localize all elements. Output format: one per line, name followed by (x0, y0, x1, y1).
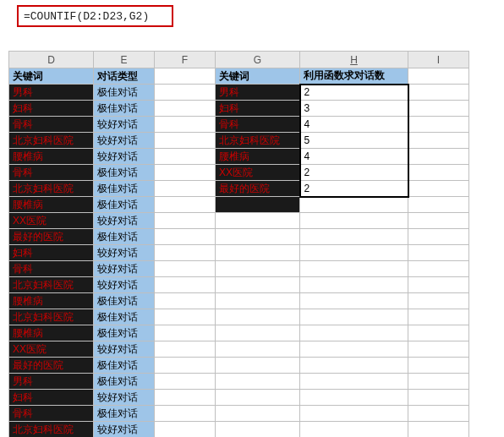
col-header-H[interactable]: H (300, 52, 408, 68)
cell[interactable] (155, 229, 216, 245)
cell[interactable] (300, 197, 408, 213)
cell[interactable]: 极佳对话 (94, 165, 155, 181)
cell[interactable] (408, 374, 469, 390)
cell[interactable]: 2 (300, 165, 408, 181)
cell[interactable] (408, 358, 469, 374)
cell[interactable]: 较好对话 (94, 213, 155, 229)
cell[interactable]: 5 (300, 133, 408, 149)
cell[interactable] (216, 245, 300, 261)
cell[interactable]: 腰椎病 (9, 149, 94, 165)
cell[interactable] (408, 325, 469, 341)
cell[interactable] (408, 422, 469, 438)
cell[interactable]: 北京妇科医院 (9, 422, 94, 438)
cell[interactable] (155, 358, 216, 374)
cell[interactable] (216, 213, 300, 229)
cell[interactable]: 妇科 (9, 390, 94, 406)
cell[interactable] (216, 197, 300, 213)
col-header-I[interactable]: I (408, 52, 469, 68)
cell[interactable] (155, 149, 216, 165)
cell[interactable] (408, 68, 469, 85)
cell[interactable] (155, 293, 216, 309)
cell[interactable] (216, 309, 300, 325)
cell[interactable]: 腰椎病 (9, 197, 94, 213)
cell[interactable]: 2 (300, 85, 408, 101)
cell[interactable] (155, 165, 216, 181)
col-header-D[interactable]: D (9, 52, 94, 68)
cell[interactable] (155, 133, 216, 149)
cell[interactable] (155, 85, 216, 101)
cell[interactable] (408, 309, 469, 325)
cell[interactable] (408, 406, 469, 422)
cell[interactable] (408, 229, 469, 245)
cell[interactable] (408, 213, 469, 229)
cell[interactable]: 极佳对话 (94, 229, 155, 245)
cell[interactable] (300, 213, 408, 229)
cell[interactable] (300, 341, 408, 358)
cell[interactable]: XX医院 (9, 341, 94, 358)
cell[interactable]: 4 (300, 149, 408, 165)
cell[interactable] (216, 422, 300, 438)
cell[interactable] (216, 374, 300, 390)
cell[interactable]: 极佳对话 (94, 309, 155, 325)
cell[interactable]: 妇科 (216, 101, 300, 117)
cell[interactable]: 男科 (9, 374, 94, 390)
cell[interactable]: 较好对话 (94, 245, 155, 261)
cell[interactable]: 4 (300, 117, 408, 133)
cell[interactable]: 腰椎病 (9, 293, 94, 309)
cell[interactable] (155, 181, 216, 197)
cell[interactable] (408, 341, 469, 358)
cell[interactable]: 骨科 (9, 406, 94, 422)
cell[interactable] (216, 341, 300, 358)
cell[interactable] (408, 117, 469, 133)
cell[interactable] (408, 293, 469, 309)
cell[interactable]: 较好对话 (94, 422, 155, 438)
cell[interactable] (408, 390, 469, 406)
cell[interactable] (300, 325, 408, 341)
cell[interactable]: 极佳对话 (94, 181, 155, 197)
cell[interactable]: 关键词 (216, 68, 300, 85)
cell[interactable] (216, 390, 300, 406)
cell[interactable]: 妇科 (9, 245, 94, 261)
cell[interactable]: 关键词 (9, 68, 94, 85)
cell[interactable]: 较好对话 (94, 133, 155, 149)
cell[interactable] (155, 213, 216, 229)
cell[interactable]: 最好的医院 (9, 229, 94, 245)
cell[interactable]: 北京妇科医院 (9, 181, 94, 197)
cell[interactable]: 北京妇科医院 (9, 133, 94, 149)
cell[interactable]: 北京妇科医院 (9, 277, 94, 293)
cell[interactable]: 极佳对话 (94, 85, 155, 101)
cell[interactable] (155, 101, 216, 117)
cell[interactable] (408, 149, 469, 165)
cell[interactable]: 妇科 (9, 101, 94, 117)
cell[interactable]: 男科 (216, 85, 300, 101)
cell[interactable]: 较好对话 (94, 117, 155, 133)
cell[interactable] (155, 341, 216, 358)
cell[interactable] (408, 85, 469, 101)
cell[interactable]: 极佳对话 (94, 293, 155, 309)
cell[interactable]: 极佳对话 (94, 325, 155, 341)
cell[interactable]: 较好对话 (94, 149, 155, 165)
cell[interactable] (408, 165, 469, 181)
cell[interactable]: 较好对话 (94, 261, 155, 277)
cell[interactable] (216, 406, 300, 422)
cell[interactable]: 极佳对话 (94, 406, 155, 422)
cell[interactable] (155, 117, 216, 133)
cell[interactable]: 极佳对话 (94, 358, 155, 374)
cell[interactable]: 对话类型 (94, 68, 155, 85)
cell[interactable]: 骨科 (216, 117, 300, 133)
cell[interactable] (155, 325, 216, 341)
cell[interactable] (300, 229, 408, 245)
cell[interactable] (216, 325, 300, 341)
cell[interactable] (300, 390, 408, 406)
cell[interactable] (216, 293, 300, 309)
cell[interactable]: 较好对话 (94, 341, 155, 358)
col-header-F[interactable]: F (155, 52, 216, 68)
cell[interactable]: 极佳对话 (94, 197, 155, 213)
formula-bar[interactable]: =COUNTIF(D2:D23,G2) (17, 5, 173, 27)
cell[interactable] (216, 277, 300, 293)
cell[interactable] (300, 422, 408, 438)
cell[interactable]: 腰椎病 (9, 325, 94, 341)
col-header-E[interactable]: E (94, 52, 155, 68)
cell[interactable] (300, 374, 408, 390)
cell[interactable]: XX医院 (216, 165, 300, 181)
